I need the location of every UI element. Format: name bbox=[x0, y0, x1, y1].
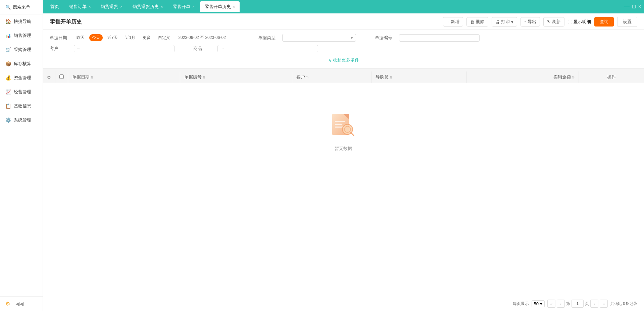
col-number[interactable]: 单据编号 ⇅ bbox=[180, 71, 292, 83]
page-size-chevron-icon: ▾ bbox=[540, 301, 542, 306]
operations-icon: 📈 bbox=[5, 89, 11, 95]
sys-mgmt-icon: ⚙️ bbox=[5, 117, 11, 123]
export-button[interactable]: ↑ 导出 bbox=[521, 17, 540, 27]
sidebar-item-sales-mgmt[interactable]: 📊 销售管理 bbox=[0, 29, 43, 43]
basic-info-icon: 📋 bbox=[5, 103, 11, 109]
sidebar-item-sys-mgmt[interactable]: ⚙️ 系统管理 bbox=[0, 113, 43, 127]
table-container: ⚙ 单据日期 ⇅ bbox=[43, 71, 644, 311]
tab-sales-order[interactable]: 销售订单 × bbox=[64, 1, 95, 12]
date-today[interactable]: 今天 bbox=[89, 34, 103, 41]
collapse-sidebar-icon[interactable]: ◀◀ bbox=[15, 301, 23, 307]
tab-retail-open-history[interactable]: 零售开单历史 × bbox=[200, 1, 240, 12]
tab-sales-order-close[interactable]: × bbox=[89, 5, 91, 9]
col-guide[interactable]: 导购员 ⇅ bbox=[371, 71, 467, 83]
home-icon: 🏠 bbox=[5, 19, 11, 24]
last-page-btn[interactable]: » bbox=[600, 300, 608, 308]
sidebar-bottom: ⚙ ◀◀ bbox=[0, 296, 43, 311]
finance-icon: 💰 bbox=[5, 75, 11, 81]
sidebar-item-label: 快捷导航 bbox=[14, 18, 31, 24]
display-detail-input[interactable] bbox=[568, 20, 572, 24]
customer-filter-label: 客户 bbox=[50, 46, 68, 52]
col-settings[interactable]: ⚙ bbox=[43, 71, 55, 83]
last-page-icon: » bbox=[602, 301, 605, 306]
tab-retail-open-history-close[interactable]: × bbox=[233, 5, 235, 9]
pagination-nav: « ‹ 第 页 › » bbox=[547, 300, 608, 308]
delete-label: 删除 bbox=[476, 19, 485, 25]
add-button[interactable]: + 新增 bbox=[443, 17, 463, 27]
tab-retail-open[interactable]: 零售开单 × bbox=[168, 1, 199, 12]
col-check[interactable] bbox=[55, 71, 68, 83]
page-number-input[interactable] bbox=[572, 300, 584, 308]
page-size-select[interactable]: 50 ▾ bbox=[532, 300, 545, 307]
customer-input[interactable] bbox=[77, 46, 171, 51]
delete-icon: 🗑 bbox=[470, 19, 475, 24]
window-close-icon[interactable]: × bbox=[638, 4, 641, 10]
select-all-checkbox[interactable] bbox=[59, 74, 64, 79]
window-maximize-icon[interactable]: □ bbox=[632, 4, 636, 10]
sidebar-item-quick-nav[interactable]: 🏠 快捷导航 bbox=[0, 14, 43, 29]
sidebar-item-label: 采购管理 bbox=[14, 47, 31, 53]
tab-sales-return[interactable]: 销货退货 × bbox=[96, 1, 127, 12]
refresh-label: 刷新 bbox=[552, 19, 561, 25]
sidebar-item-finance[interactable]: 💰 资金管理 bbox=[0, 71, 43, 85]
query-button[interactable]: 查询 bbox=[594, 17, 614, 27]
goods-input-wrapper bbox=[217, 45, 318, 52]
svg-rect-3 bbox=[335, 124, 342, 125]
prev-page-btn[interactable]: ‹ bbox=[557, 300, 565, 308]
empty-state: 暂无数据 bbox=[43, 83, 644, 165]
tab-home[interactable]: 首页 bbox=[46, 1, 64, 12]
svg-rect-2 bbox=[335, 121, 345, 122]
refresh-button[interactable]: ↻ 刷新 bbox=[543, 17, 564, 27]
main-content: 首页 销售订单 × 销货退货 × 销货退货历史 × 零售开单 × 零售开单历史 … bbox=[43, 0, 644, 311]
tab-bar-actions: — □ × bbox=[624, 4, 641, 10]
date-last7[interactable]: 近7天 bbox=[105, 34, 120, 41]
inventory-icon: 📦 bbox=[5, 61, 11, 66]
number-input[interactable] bbox=[402, 36, 477, 40]
tab-sales-return-history-close[interactable]: × bbox=[161, 5, 163, 9]
tab-sales-return-label: 销货退货 bbox=[101, 4, 118, 10]
sidebar-search-label: 搜索采单 bbox=[13, 4, 30, 10]
col-number-label: 单据编号 bbox=[184, 74, 202, 80]
tab-home-label: 首页 bbox=[50, 4, 59, 10]
pagination-bar: 每页显示 50 ▾ « ‹ 第 页 › bbox=[43, 296, 644, 311]
date-yesterday[interactable]: 昨天 bbox=[74, 34, 87, 41]
sidebar-item-label: 销售管理 bbox=[14, 33, 31, 39]
add-label: 新增 bbox=[451, 19, 459, 25]
settings-icon[interactable]: ⚙ bbox=[5, 301, 10, 307]
sidebar-item-basic-info[interactable]: 📋 基础信息 bbox=[0, 99, 43, 113]
col-amount[interactable]: 实销金额 ⇅ bbox=[467, 71, 579, 83]
date-custom[interactable]: 自定义 bbox=[155, 34, 173, 41]
window-minimize-icon[interactable]: — bbox=[624, 4, 630, 10]
tab-sales-return-close[interactable]: × bbox=[120, 5, 122, 9]
svg-line-6 bbox=[351, 133, 354, 136]
sidebar-item-purchase-mgmt[interactable]: 🛒 采购管理 bbox=[0, 43, 43, 57]
sidebar-item-inventory[interactable]: 📦 库存核算 bbox=[0, 57, 43, 71]
date-last1m[interactable]: 近1月 bbox=[122, 34, 138, 41]
next-page-btn[interactable]: › bbox=[590, 300, 598, 308]
tab-retail-open-close[interactable]: × bbox=[192, 5, 194, 9]
first-page-btn[interactable]: « bbox=[547, 300, 555, 308]
print-icon: 🖨 bbox=[495, 19, 500, 24]
sidebar-search[interactable]: 🔍 搜索采单 bbox=[0, 0, 43, 14]
page-title: 零售开单历史 bbox=[50, 18, 82, 25]
sidebar-item-label: 资金管理 bbox=[14, 75, 31, 81]
filter-row-2: 客户 商品 bbox=[50, 45, 637, 52]
collapse-more-btn[interactable]: ∧ 收起更多条件 bbox=[327, 56, 360, 64]
col-customer[interactable]: 客户 ⇅ bbox=[292, 71, 371, 83]
sidebar-item-operations[interactable]: 📈 经营管理 bbox=[0, 85, 43, 99]
print-button[interactable]: 🖨 打印 ▾ bbox=[492, 17, 517, 27]
col-date[interactable]: 单据日期 ⇅ bbox=[68, 71, 180, 83]
col-guide-label: 导购员 bbox=[376, 74, 389, 80]
date-more[interactable]: 更多 bbox=[140, 34, 153, 41]
filter-row-1: 单据日期 昨天 今天 近7天 近1月 更多 自定义 2023-06-02 至 2… bbox=[50, 34, 637, 42]
purchase-icon: 🛒 bbox=[5, 47, 11, 52]
goods-filter-label: 商品 bbox=[193, 46, 212, 52]
display-detail-checkbox[interactable]: 显示明细 bbox=[568, 19, 591, 25]
type-select-chevron-icon: ▾ bbox=[351, 35, 353, 40]
tab-sales-return-history[interactable]: 销货退货历史 × bbox=[128, 1, 167, 12]
type-select[interactable]: ▾ bbox=[282, 34, 356, 42]
display-detail-label: 显示明细 bbox=[574, 19, 591, 25]
goods-input[interactable] bbox=[220, 46, 315, 51]
settings-button[interactable]: 设置 bbox=[617, 17, 637, 27]
delete-button[interactable]: 🗑 删除 bbox=[466, 17, 488, 27]
